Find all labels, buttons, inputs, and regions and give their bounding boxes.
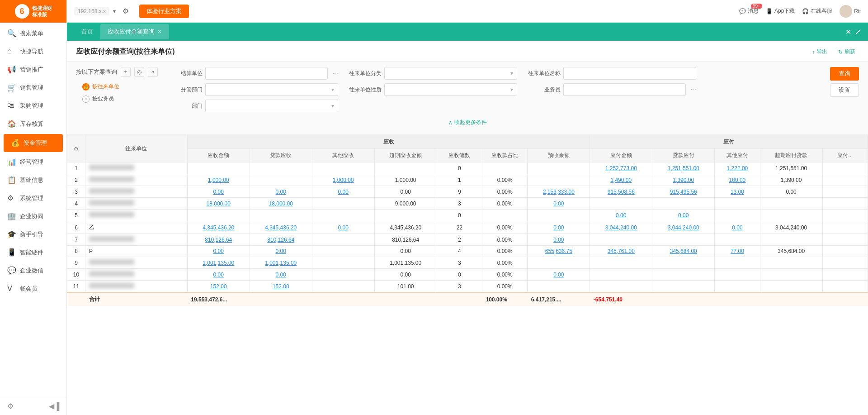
cell[interactable]: 2,153,333.00 xyxy=(528,186,590,198)
partner-category-select[interactable]: ▾ xyxy=(384,67,517,80)
cell[interactable]: 0.00 xyxy=(528,198,590,210)
cell[interactable]: 3,044,240.00 xyxy=(590,221,652,234)
scheme-item-salesman[interactable]: ○ 按业务员 xyxy=(80,94,166,104)
topbar-dropdown-icon[interactable]: ▾ xyxy=(113,8,116,14)
settings-icon[interactable]: ⚙ xyxy=(7,402,14,410)
filter-collapse-icon[interactable]: « xyxy=(148,67,158,77)
settings-button[interactable]: 设置 xyxy=(830,83,859,97)
cell[interactable]: 0.00 xyxy=(528,221,590,234)
sidebar-item-nav[interactable]: ⌂快捷导航 xyxy=(0,43,66,61)
topbar-msg[interactable]: 💬 消息 99+ xyxy=(739,7,759,15)
cell[interactable]: 4,345,436.20 xyxy=(250,221,312,234)
cell[interactable]: 0.00 xyxy=(312,186,374,198)
cell[interactable]: 0.00 xyxy=(652,210,715,221)
cell[interactable]: 0.00 xyxy=(187,246,250,257)
sidebar-item-base[interactable]: 📋基础信息 xyxy=(0,171,66,189)
query-button[interactable]: 查询 xyxy=(830,67,859,81)
cell[interactable]: 0.00 xyxy=(528,234,590,246)
export-button[interactable]: ↑ 导出 xyxy=(808,46,831,57)
cell[interactable]: 4,345,436.20 xyxy=(187,221,250,234)
topbar-user[interactable]: Rit xyxy=(840,5,861,18)
sidebar-item-marketing[interactable]: 📢营销推广 xyxy=(0,61,66,79)
filter-settings-icon[interactable]: ◎ xyxy=(134,67,144,77)
cell[interactable]: 152.00 xyxy=(250,281,312,293)
cell[interactable]: 77.00 xyxy=(715,246,760,257)
cell[interactable]: 18,000.00 xyxy=(250,198,312,210)
topbar-service[interactable]: 🎧 在线客服 xyxy=(802,7,832,15)
ar-count-cell: 3 xyxy=(437,257,482,269)
cell[interactable]: 0.00 xyxy=(590,210,652,221)
sidebar-item-finance[interactable]: 💰资金管理 xyxy=(4,134,63,152)
cell[interactable]: 1,000.00 xyxy=(187,174,250,186)
sidebar-item-system[interactable]: ⚙系统管理 xyxy=(0,189,66,207)
cell[interactable]: 0.00 xyxy=(528,269,590,281)
cell[interactable]: 0.00 xyxy=(250,246,312,257)
tab-close-icon[interactable]: ✕ xyxy=(157,29,162,35)
cell[interactable]: 1,252,773.00 xyxy=(590,162,652,174)
sidebar-item-guide[interactable]: 🎓新手引导 xyxy=(0,225,66,243)
subunit-select[interactable]: ▾ xyxy=(205,100,338,112)
tab-home[interactable]: 首页 xyxy=(74,24,100,39)
sidebar: 6 畅捷通财 标准版 🔍搜索菜单⌂快捷导航📢营销推广🛒销售管理🛍采购管理🏠库存核… xyxy=(0,0,67,415)
salesman-input[interactable] xyxy=(563,83,686,96)
tab-ar-ap[interactable]: 应收应付余额查询 ✕ xyxy=(100,24,169,39)
sidebar-item-purchase[interactable]: 🛍采购管理 xyxy=(0,97,66,115)
cell xyxy=(715,281,760,293)
sidebar-item-corp[interactable]: 🏢企业协同 xyxy=(0,207,66,225)
tab-window-close-icon[interactable]: ✕ xyxy=(845,28,851,36)
cell[interactable]: 100.00 xyxy=(715,174,760,186)
query-panel: 查询 设置 xyxy=(830,67,859,97)
topbar-app-download[interactable]: 📱 App下载 xyxy=(766,7,795,15)
cell[interactable]: 810,126.64 xyxy=(250,234,312,246)
partner-nature-select[interactable]: ▾ xyxy=(384,83,517,96)
cell[interactable]: 345,684.00 xyxy=(652,246,715,257)
cell[interactable]: 0.00 xyxy=(312,221,374,234)
cell[interactable]: 0.00 xyxy=(250,186,312,198)
cell[interactable]: 810,126.64 xyxy=(187,234,250,246)
cell[interactable]: 18,000.00 xyxy=(187,198,250,210)
cell[interactable]: 13.00 xyxy=(715,186,760,198)
sidebar-item-wechat[interactable]: 💬企业微信 xyxy=(0,262,66,280)
tab-maximize-icon[interactable]: ⤢ xyxy=(855,28,861,36)
sidebar-item-hardware[interactable]: 📱智能硬件 xyxy=(0,243,66,262)
solution-button[interactable]: 体验行业方案 xyxy=(139,5,189,18)
cell[interactable]: 655,636.75 xyxy=(528,246,590,257)
partner-name-input[interactable] xyxy=(563,67,696,80)
settlement-dots-icon[interactable]: ··· xyxy=(332,69,338,77)
cell[interactable]: 0.00 xyxy=(250,269,312,281)
cell[interactable]: 0.00 xyxy=(187,269,250,281)
filter-add-button[interactable]: + xyxy=(121,67,131,77)
cell[interactable]: 1,251,551.00 xyxy=(652,162,715,174)
settlement-input[interactable] xyxy=(205,67,328,80)
cell[interactable]: 152.00 xyxy=(187,281,250,293)
cell[interactable]: 1,001,135.00 xyxy=(250,257,312,269)
cell xyxy=(528,210,590,221)
cell[interactable]: 1,001,135.00 xyxy=(187,257,250,269)
cell[interactable]: 1,390.00 xyxy=(652,174,715,186)
sidebar-item-member[interactable]: Ⅴ畅会员 xyxy=(0,280,66,298)
topbar-gear-icon[interactable]: ⚙ xyxy=(119,5,132,18)
sidebar-item-sales[interactable]: 🛒销售管理 xyxy=(0,79,66,97)
cell[interactable]: 1,000.00 xyxy=(312,174,374,186)
cell xyxy=(590,281,652,293)
sidebar-item-inventory[interactable]: 🏠库存核算 xyxy=(0,115,66,133)
cell[interactable]: 915,495.56 xyxy=(652,186,715,198)
cell[interactable]: 1,490.00 xyxy=(590,174,652,186)
dept-select[interactable]: ▾ xyxy=(205,83,338,96)
salesman-dots-icon[interactable]: ··· xyxy=(690,86,696,94)
ar-count-cell: 0 xyxy=(437,162,482,174)
collapse-more-button[interactable]: ∧ 收起更多条件 xyxy=(76,116,859,129)
scheme-item-partner[interactable]: 💰 按往来单位 xyxy=(80,81,166,92)
cell[interactable]: 345,761.00 xyxy=(590,246,652,257)
cell[interactable]: 3,044,240.00 xyxy=(652,221,715,234)
cell[interactable]: 0.00 xyxy=(715,221,760,234)
sidebar-item-search[interactable]: 🔍搜索菜单 xyxy=(0,24,66,43)
table-settings-icon[interactable]: ⚙ xyxy=(74,146,79,152)
cell[interactable]: 0.00 xyxy=(187,186,250,198)
sidebar-item-operation[interactable]: 📊经营管理 xyxy=(0,153,66,171)
refresh-button[interactable]: ↻ 刷新 xyxy=(835,46,859,57)
cell[interactable]: 915,508.56 xyxy=(590,186,652,198)
cell[interactable]: 1,222.00 xyxy=(715,162,760,174)
content-header: 应收应付余额查询(按往来单位) ↑ 导出 ↻ 刷新 xyxy=(67,41,868,62)
collapse-icon[interactable]: ◀▐ xyxy=(49,402,59,410)
